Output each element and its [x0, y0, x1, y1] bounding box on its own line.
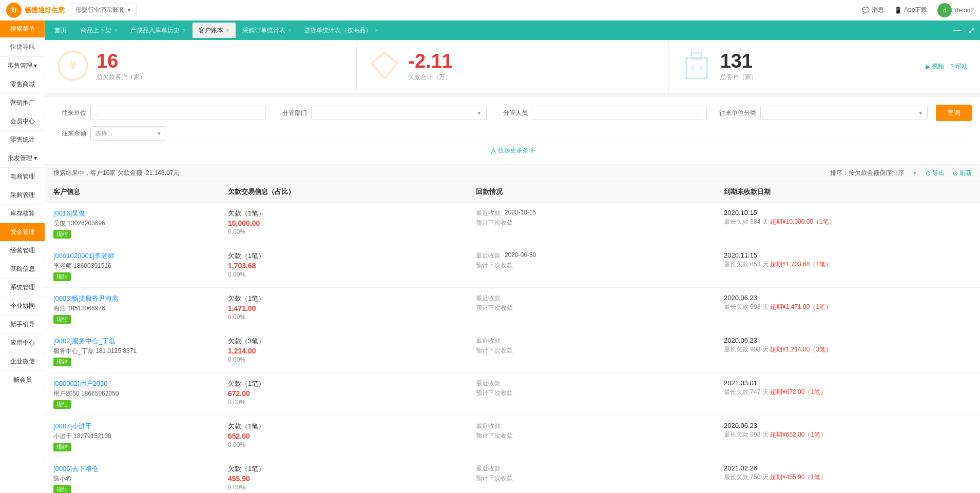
download-icon: 📱 — [894, 7, 902, 14]
debt-amount: 10,000.00 — [228, 219, 476, 227]
stat-card-total: 131 总客户（家） ▶ 视频 ? 帮助 — [669, 40, 980, 93]
tab-purchase-stats2[interactable]: 进货单统计表（按商品） × — [298, 23, 384, 38]
filter-item-category: 往来单位分类 ▼ — [715, 106, 928, 120]
sidebar-item-marketing[interactable]: 营销推广 — [0, 94, 45, 112]
search-button[interactable]: 查询 — [936, 105, 972, 121]
tab-purchase-stats[interactable]: 采购订单统计表 × — [236, 23, 298, 38]
svg-marker-2 — [372, 53, 397, 78]
stat-number-customers: 16 — [97, 51, 146, 71]
tab-customer-account[interactable]: 客户账本 × — [193, 23, 236, 38]
stat-label-customers: 总欠款客户（家） — [97, 73, 146, 82]
sidebar-item-retail-stats[interactable]: 零售统计 — [0, 131, 45, 149]
col-due-date: 到期未收款日期 — [724, 187, 972, 196]
table-row: [0016]吴俊 吴俊 13026203696 现结 欠款（1笔） 10,000… — [45, 203, 980, 245]
coll-date: 2020-10-15 — [505, 209, 536, 218]
customer-name[interactable]: [0003]畅捷服务尹海燕 — [53, 294, 119, 302]
filter-item-dept: 分管部门 ▼ — [274, 106, 487, 120]
sidebar-item-wholesale[interactable]: 批发管理 ▾ — [0, 149, 45, 168]
customer-name[interactable]: [0006]去下粮仓 — [53, 465, 99, 472]
sidebar-item-member[interactable]: 会员中心 — [0, 112, 45, 131]
sidebar-item-wechat[interactable]: 企业微信 — [0, 352, 45, 371]
stat-label-total: 总客户（家） — [720, 73, 918, 82]
customer-name[interactable]: [0001020001]李老师 — [53, 252, 114, 260]
svg-rect-5 — [690, 66, 695, 70]
chevron-sort-icon: ▼ — [912, 170, 917, 176]
company-selector[interactable]: 母婴行业演示账套 ▼ — [70, 4, 137, 16]
sidebar-item-app-center[interactable]: 应用中心 — [0, 334, 45, 352]
collapse-row: ⋀ 收起更多条件 — [53, 144, 972, 157]
video-btn[interactable]: ▶ 视频 — [926, 62, 944, 71]
tab-production[interactable]: 产成品入库单历史 × — [124, 23, 192, 38]
customer-tag: 现结 — [53, 272, 71, 281]
sidebar-item-inventory[interactable]: 库存核算 — [0, 205, 45, 223]
stat-label-amount: 欠款合计（万） — [408, 73, 453, 82]
debt-amount: 1,703.68 — [228, 262, 476, 270]
customer-name[interactable]: [0002]服务中心_丁磊 — [53, 337, 116, 345]
sidebar-item-operation[interactable]: 经营管理 — [0, 242, 45, 260]
building-icon — [681, 50, 712, 83]
col-collection: 回款情况 — [476, 187, 724, 196]
filter-input-person[interactable]: ··· — [532, 106, 707, 120]
sidebar-item-enterprise[interactable]: 企业协同 — [0, 297, 45, 315]
filter-select-category[interactable]: ▼ — [760, 106, 928, 120]
overdue-amount[interactable]: 超期¥10,000.00（1笔） — [770, 218, 835, 225]
page-content: ¥ 16 总欠款客户（家） -2.11 欠款合计（万） — [45, 40, 980, 493]
filter-label-unit: 往来单位 — [53, 109, 86, 117]
export-btn[interactable]: ⊙ 导出 — [926, 169, 945, 178]
next-coll-label: 预计下次收款 — [476, 219, 724, 227]
app-download-btn[interactable]: 📱 App下载 — [894, 6, 927, 14]
user-menu[interactable]: d demo2 — [937, 3, 974, 17]
sidebar-item-retail-mall[interactable]: 零售商城 — [0, 75, 45, 94]
tab-close-icon-5[interactable]: × — [375, 28, 378, 33]
sidebar-item-finance[interactable]: 资金管理 — [0, 223, 45, 242]
filter-item-unit: 往来单位 ... — [53, 106, 266, 120]
filter-area: 往来单位 ... 分管部门 ▼ 分管人员 — [45, 97, 980, 164]
table-row: [0006]去下粮仓 陈小希 现结 欠款（1笔） 455.90 0.00% 最近… — [45, 458, 980, 493]
yuan-icon: ¥ — [57, 50, 88, 83]
sidebar-item-member2[interactable]: 畅会员 — [0, 371, 45, 389]
refresh-btn[interactable]: ⊙ 刷新 — [953, 169, 972, 178]
sidebar-item-retail-mgmt[interactable]: 零售管理 ▾ — [0, 57, 45, 75]
table-row: [0003]畅捷服务尹海燕 海燕 18513066976 现结 欠款（1笔） 1… — [45, 288, 980, 330]
tab-product[interactable]: 商品上下架 × — [74, 23, 124, 38]
debt-count: 欠款（1笔） — [228, 251, 476, 261]
table-row: [0001020001]李老师 李老师 18600391516 现结 欠款（1笔… — [45, 245, 980, 288]
video-icon: ▶ — [926, 63, 930, 70]
filter-select-balance[interactable]: 选择... ▼ — [90, 126, 166, 141]
debt-ratio: 0.00% — [228, 271, 476, 278]
sidebar-search[interactable]: 搜索菜单 — [0, 21, 45, 37]
sidebar-item-system[interactable]: 系统管理 — [0, 279, 45, 297]
svg-rect-3 — [686, 58, 707, 78]
table-header: 客户信息 欠款交易信息（占比） 回款情况 到期未收款日期 — [45, 182, 980, 203]
tab-close-icon[interactable]: × — [114, 28, 118, 33]
customer-name[interactable]: [000002]用户2050 — [53, 380, 108, 387]
stat-number-total: 131 — [720, 51, 918, 71]
help-btn[interactable]: ? 帮助 — [950, 62, 968, 71]
tab-close-icon-4[interactable]: × — [289, 28, 292, 33]
message-btn[interactable]: 💬 消息 — [862, 6, 884, 14]
tab-close-icon-2[interactable]: × — [183, 28, 186, 33]
sort-label[interactable]: 排序：按欠款金额倒序排序 — [830, 169, 904, 178]
tab-minimize-icon[interactable]: — — [950, 26, 965, 35]
sidebar-quick-nav[interactable]: 快捷导航 — [0, 37, 45, 57]
sidebar-item-ecommerce[interactable]: 电商管理 — [0, 168, 45, 186]
tab-close-icon-3[interactable]: × — [226, 28, 229, 33]
sidebar-item-purchase[interactable]: 采购管理 — [0, 186, 45, 205]
stat-card-customers: ¥ 16 总欠款客户（家） — [45, 40, 357, 93]
customer-name[interactable]: [0016]吴俊 — [53, 209, 85, 217]
diamond-icon — [369, 50, 400, 83]
table-row: [0007]小进干 小进干 18279152100 现结 欠款（1笔） 652.… — [45, 416, 980, 458]
customer-phone: 李老师 18600391516 — [53, 262, 228, 270]
filter-select-dept[interactable]: ▼ — [311, 106, 487, 120]
tab-maximize-icon[interactable]: ⤢ — [965, 26, 978, 35]
tab-home[interactable]: 首页 — [47, 23, 74, 38]
collapse-button[interactable]: ⋀ 收起更多条件 — [491, 146, 535, 155]
content-area: 首页 商品上下架 × 产成品入库单历史 × 客户账本 × 采购订单统计表 × 进… — [45, 21, 980, 493]
table-row: [0002]服务中心_丁磊 服务中心_丁磊 181 0125 8371 现结 欠… — [45, 330, 980, 373]
top-bar: 好 畅捷通好生意 母婴行业演示账套 ▼ 💬 消息 📱 App下载 d demo2 — [0, 0, 980, 21]
sidebar-item-guide[interactable]: 新手引导 — [0, 315, 45, 334]
sidebar-item-basic-info[interactable]: 基础信息 — [0, 260, 45, 279]
filter-input-unit[interactable]: ... — [90, 106, 266, 120]
debt-count: 欠款（1笔） — [228, 209, 476, 218]
customer-name[interactable]: [0007]小进干 — [53, 422, 92, 430]
